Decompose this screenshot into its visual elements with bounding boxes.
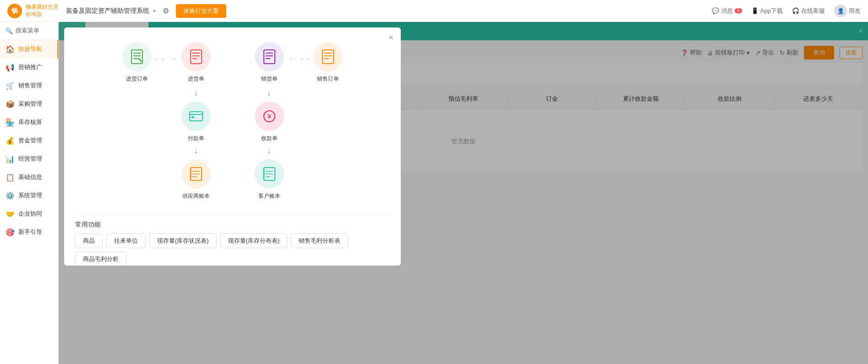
node-purchase-order[interactable]: 进货订单	[119, 40, 155, 87]
arrow-left-1: ← - -	[288, 53, 310, 73]
home-icon: 🏠	[5, 44, 15, 54]
message-icon: 💬	[712, 7, 719, 14]
node-receipt[interactable]: ¥ 收款单	[251, 98, 288, 146]
sidebar: 🔍 搜索菜单 🏠 快捷导航 📢 营销推广 🛒 销售管理 📦 采购管理 🏪 库存核…	[0, 22, 59, 364]
func-btn-contacts[interactable]: 往来单位	[106, 234, 146, 248]
sidebar-search[interactable]: 🔍 搜索菜单	[0, 22, 58, 40]
flow-row-3: 付款单 ¥ 收款单	[137, 98, 328, 146]
app-download-action[interactable]: 📱 App下载	[751, 7, 783, 15]
online-service-action[interactable]: 🎧 在线客服	[792, 7, 825, 15]
modal-box: × 进货订单	[64, 40, 401, 266]
finance-icon: 💰	[5, 136, 15, 145]
experience-btn[interactable]: 体验行业方案	[176, 4, 226, 18]
flow-row-2-arrows: ↓ ↓	[75, 88, 390, 98]
modal-overlay: × 进货订单	[59, 40, 868, 364]
sidebar-item-collab[interactable]: 🤝 企业协同	[0, 205, 58, 223]
message-badge: 6	[735, 8, 742, 13]
node-sales-order[interactable]: 销售订单	[310, 40, 346, 87]
svg-rect-13	[322, 50, 333, 64]
logo-icon: 畅	[7, 4, 22, 18]
inventory-icon: 🏪	[5, 118, 15, 127]
operations-icon: 📊	[5, 154, 15, 163]
purchase-bill-circle	[181, 42, 211, 71]
svg-rect-5	[191, 50, 202, 64]
sidebar-item-guide[interactable]: 🎯 新手引导	[0, 223, 58, 241]
avatar: 👤	[834, 5, 847, 17]
svg-rect-26	[190, 168, 191, 179]
sidebar-item-inventory[interactable]: 🏪 库存核算	[0, 113, 58, 131]
collab-icon: 🤝	[5, 209, 15, 218]
common-funcs: 常用功能 商品 往来单位 现存量(库存状况表) 现存量(库存分布表) 销售毛利分…	[75, 213, 390, 266]
flow-row-4-arrows: ↓ ↓	[75, 146, 390, 156]
common-funcs-title: 常用功能	[75, 221, 390, 229]
sidebar-item-marketing[interactable]: 📢 营销推广	[0, 58, 58, 76]
user-menu[interactable]: 👤 用友	[834, 5, 861, 17]
settings-icon[interactable]: ⚙	[159, 5, 172, 17]
func-btn-stock-dist[interactable]: 现存量(库存分布表)	[220, 234, 288, 248]
arrow-right-1: - - →	[155, 53, 178, 73]
phone-icon: 📱	[751, 7, 759, 14]
sales-bill-circle	[255, 42, 284, 71]
message-action[interactable]: 💬 消息 6	[712, 7, 742, 15]
flow-diagram: 进货订单 - - → 进货单	[75, 40, 390, 204]
sidebar-item-quick-nav[interactable]: 🏠 快捷导航	[0, 40, 58, 58]
sidebar-item-finance[interactable]: 💰 资金管理	[0, 131, 58, 150]
receipt-circle: ¥	[255, 102, 284, 131]
sales-order-circle	[313, 42, 343, 71]
top-header: 畅 畅康通好生意 标准版 装备及固定资产辅助管理系统 ▾ ⚙ 体验行业方案 💬 …	[0, 0, 868, 22]
logo-area: 畅 畅康通好生意 标准版	[7, 4, 66, 18]
func-btn-sales-margin[interactable]: 销售毛利分析表	[291, 234, 348, 248]
func-buttons-row1: 商品 往来单位 现存量(库存状况表) 现存量(库存分布表) 销售毛利分析表 商品…	[75, 234, 390, 266]
node-payment[interactable]: 付款单	[178, 98, 214, 146]
svg-rect-17	[190, 112, 202, 121]
sidebar-item-sales[interactable]: 🛒 销售管理	[0, 76, 58, 95]
search-icon: 🔍	[5, 27, 13, 34]
headset-icon: 🎧	[792, 7, 799, 14]
sidebar-item-system[interactable]: ⚙️ 系统管理	[0, 186, 58, 205]
node-customer-ledger[interactable]: 客户账本	[251, 156, 288, 204]
flow-row-1: 进货订单 - - → 进货单	[119, 40, 347, 87]
system-title-area: 装备及固定资产辅助管理系统 ▾ ⚙ 体验行业方案	[66, 4, 712, 18]
arrow-down-receipt: ↓	[267, 146, 271, 155]
page-content: ❓ 帮助 🖨 按模板打印 ▾ ↗ 导出 ↻ 刷新 查询 设置	[59, 40, 868, 364]
system-icon: ⚙️	[5, 191, 15, 200]
header-right: 💬 消息 6 📱 App下载 🎧 在线客服 👤 用友	[712, 5, 861, 17]
func-btn-stock-status[interactable]: 现存量(库存状况表)	[149, 234, 217, 248]
arrow-down-payment: ↓	[194, 146, 198, 155]
func-btn-product-margin[interactable]: 商品毛利分析	[75, 252, 126, 266]
guide-icon: 🎯	[5, 228, 15, 237]
main-layout: 🔍 搜索菜单 🏠 快捷导航 📢 营销推广 🛒 销售管理 📦 采购管理 🏪 库存核…	[0, 22, 868, 364]
logo-text: 畅康通好生意 标准版	[26, 4, 59, 18]
arrow-down-purchase: ↓	[194, 88, 198, 98]
sidebar-item-operations[interactable]: 📊 经营管理	[0, 150, 58, 168]
customer-ledger-circle	[255, 159, 284, 189]
chevron-down-icon[interactable]: ▾	[153, 8, 156, 14]
marketing-icon: 📢	[5, 63, 15, 72]
purchase-order-circle	[122, 42, 152, 71]
svg-rect-19	[191, 116, 194, 118]
svg-rect-31	[263, 168, 265, 179]
system-title: 装备及固定资产辅助管理系统	[66, 7, 149, 15]
basic-info-icon: 📋	[5, 173, 15, 182]
flow-row-5: 供应商账本 客户账本	[137, 156, 328, 204]
node-supplier-ledger[interactable]: 供应商账本	[178, 156, 214, 204]
svg-text:¥: ¥	[267, 113, 271, 120]
svg-rect-0	[131, 50, 142, 64]
sidebar-item-purchase[interactable]: 📦 采购管理	[0, 95, 58, 113]
supplier-ledger-circle	[181, 159, 211, 189]
payment-circle	[181, 102, 211, 131]
func-btn-product[interactable]: 商品	[75, 234, 103, 248]
svg-rect-9	[264, 50, 275, 64]
modal-close-btn[interactable]: ×	[388, 40, 393, 43]
content-area: 首页 销售订单执行表 × × ❓ 帮助 🖨 按模板打印 ▾	[59, 22, 868, 364]
sidebar-item-basic-info[interactable]: 📋 基础信息	[0, 168, 58, 186]
purchase-icon: 📦	[5, 99, 15, 109]
node-purchase-bill[interactable]: 进货单	[178, 40, 214, 87]
arrow-down-sales: ↓	[267, 88, 271, 98]
node-sales-bill[interactable]: 销货单	[251, 40, 288, 87]
svg-marker-4	[138, 58, 142, 62]
sales-icon: 🛒	[5, 81, 15, 90]
